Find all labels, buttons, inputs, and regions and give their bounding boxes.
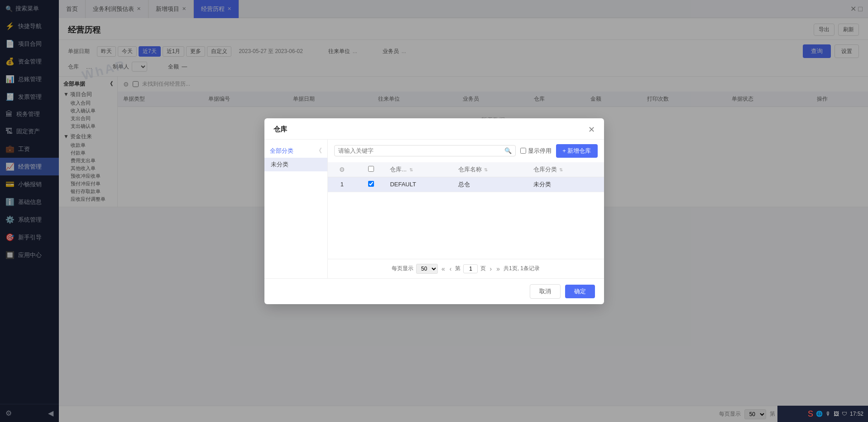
systray-icon1: 🌐 <box>816 411 823 417</box>
modal-table-wrap: ⚙ 仓库... ⇅ 仓库名称 ⇅ <box>328 162 604 259</box>
modal-row-num: 1 <box>328 177 357 192</box>
modal-page-label: 第 <box>455 265 460 272</box>
modal-row-id: DEFAULT <box>385 177 453 192</box>
modal-col-name-label: 仓库名称 <box>458 166 482 173</box>
modal-table: ⚙ 仓库... ⇅ 仓库名称 ⇅ <box>328 162 604 192</box>
systray-logo: S <box>808 409 813 419</box>
modal-total-label: 共1页, 1条记录 <box>504 265 540 272</box>
modal-col-gear-icon[interactable]: ⚙ <box>339 166 345 173</box>
systray-time: 17:52 <box>850 411 863 417</box>
modal-col-category: 仓库分类 ⇅ <box>529 162 604 177</box>
modal-left-toggle[interactable]: 《 <box>316 147 322 155</box>
modal-col-id-label: 仓库... <box>390 166 407 173</box>
modal-row-select[interactable] <box>368 181 374 187</box>
modal-row-category: 未分类 <box>529 177 604 192</box>
systray: S 🌐 🎙 🖼 🛡 17:52 <box>777 406 868 422</box>
modal-overlay: 仓库 ✕ 全部分类 《 未分类 🔍 <box>0 0 868 422</box>
modal-col-id: 仓库... ⇅ <box>385 162 453 177</box>
systray-icon3: 🖼 <box>834 411 839 417</box>
modal-all-categories[interactable]: 全部分类 《 <box>264 144 327 158</box>
systray-icon4: 🛡 <box>842 411 847 417</box>
modal-header: 仓库 ✕ <box>264 118 604 140</box>
modal-title: 仓库 <box>273 125 287 134</box>
systray-icon2: 🎙 <box>825 411 831 417</box>
modal-table-row[interactable]: 1 DEFAULT 总仓 未分类 <box>328 177 604 192</box>
modal-next-btn[interactable]: › <box>489 265 493 272</box>
modal-page-input[interactable] <box>463 264 478 273</box>
modal-right-toolbar: 🔍 显示停用 + 新增仓库 <box>328 140 604 162</box>
modal-search-wrap: 🔍 <box>334 145 516 156</box>
modal-close-button[interactable]: ✕ <box>588 125 595 135</box>
modal-body: 全部分类 《 未分类 🔍 显示停用 <box>264 140 604 278</box>
modal-actions: 取消 确定 <box>264 278 604 304</box>
sort-category-icon: ⇅ <box>559 167 563 172</box>
all-categories-label: 全部分类 <box>270 147 293 155</box>
modal-add-button[interactable]: + 新增仓库 <box>556 144 597 158</box>
modal-col-checkbox <box>356 162 385 177</box>
modal-col-name: 仓库名称 ⇅ <box>454 162 529 177</box>
modal-prev-btn[interactable]: ‹ <box>449 265 453 272</box>
modal-paging: 每页显示 50 « ‹ 第 页 › » 共1页, 1条记录 <box>328 259 604 278</box>
modal-first-btn[interactable]: « <box>441 265 446 272</box>
modal-category-uncategorized[interactable]: 未分类 <box>264 158 327 171</box>
modal-row-name: 总仓 <box>454 177 529 192</box>
sort-name-icon: ⇅ <box>484 167 488 172</box>
modal-cancel-button[interactable]: 取消 <box>530 284 561 299</box>
modal-search-input[interactable] <box>338 147 502 154</box>
modal-search-icon: 🔍 <box>504 147 512 154</box>
show-disabled-label: 显示停用 <box>528 147 551 155</box>
modal-right-panel: 🔍 显示停用 + 新增仓库 ⚙ <box>328 140 604 278</box>
sort-id-icon: ⇅ <box>409 167 413 172</box>
modal-per-page-label: 每页显示 <box>392 265 413 272</box>
modal-col-settings: ⚙ <box>328 162 357 177</box>
modal-select-all[interactable] <box>368 166 374 172</box>
modal-last-btn[interactable]: » <box>495 265 501 272</box>
modal-left-panel: 全部分类 《 未分类 <box>264 140 328 278</box>
modal-show-disabled: 显示停用 <box>520 147 551 155</box>
modal-col-category-label: 仓库分类 <box>533 166 557 173</box>
show-disabled-checkbox[interactable] <box>520 148 526 154</box>
warehouse-modal: 仓库 ✕ 全部分类 《 未分类 🔍 <box>264 118 604 304</box>
modal-row-checkbox <box>356 177 385 192</box>
modal-per-page-select[interactable]: 50 <box>416 264 438 274</box>
modal-confirm-button[interactable]: 确定 <box>565 285 595 298</box>
modal-page-suffix: 页 <box>480 265 486 272</box>
uncategorized-label: 未分类 <box>271 161 288 168</box>
